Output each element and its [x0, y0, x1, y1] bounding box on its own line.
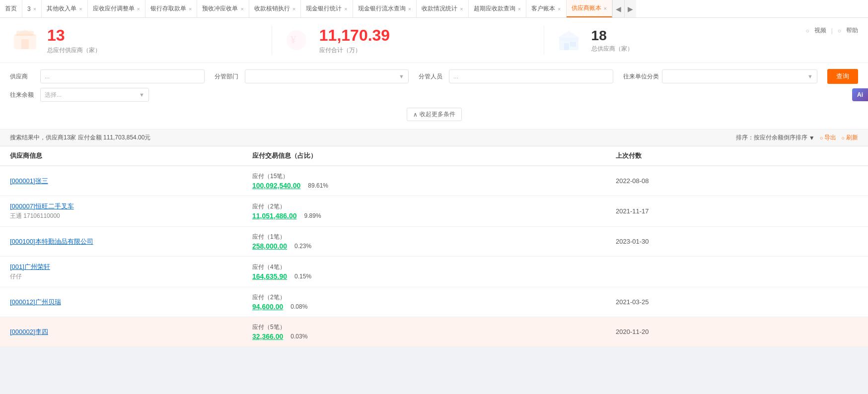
last-pay-cell-1: 2021-11-17	[616, 207, 858, 215]
nav-next-arrow[interactable]: ▶	[624, 0, 636, 17]
link-divider: |	[831, 27, 833, 34]
nav-tab-customer-book-label: 客户账本	[531, 4, 555, 13]
close-icon[interactable]: ×	[189, 6, 192, 12]
dept-filter-select[interactable]: ▼	[245, 69, 409, 83]
close-icon[interactable]: ×	[33, 6, 36, 12]
ai-button[interactable]: Ai	[852, 88, 868, 101]
supplier-filter-label: 供应商	[10, 72, 37, 81]
close-icon[interactable]: ×	[558, 6, 561, 12]
tx-label-4: 应付（2笔）	[252, 293, 616, 302]
close-icon[interactable]: ×	[292, 6, 295, 12]
close-icon[interactable]: ×	[137, 6, 140, 12]
close-icon[interactable]: ×	[604, 5, 607, 11]
circle-icon2: ○	[838, 27, 841, 34]
nav-tab-cash-flow-label: 现金银行流水查询	[358, 4, 406, 13]
supplier-link-1[interactable]: [000007]恒旺二手叉车	[10, 202, 252, 211]
tx-amount-3[interactable]: 164,635.90	[252, 272, 287, 280]
supplier-link-3[interactable]: [001]广州荣轩	[10, 263, 252, 271]
category-filter-label: 往来单位分类	[623, 72, 659, 81]
nav-tab-verify[interactable]: 收款核销执行 ×	[249, 0, 301, 17]
nav-tab-supplier-book[interactable]: 供应商账本 ×	[567, 0, 612, 17]
balance-filter-label: 往来余额	[10, 91, 37, 99]
tx-cell-5: 应付（5笔） 32,366.00 0.03%	[252, 323, 616, 340]
nav-tab-overdue-label: 超期应收款查询	[474, 4, 515, 13]
refresh-button[interactable]: ○ 刷新	[841, 133, 858, 142]
results-bar: 搜索结果中，供应商13家 应付金额 111,703,854.00元 排序：按应付…	[0, 130, 868, 146]
tx-amount-1[interactable]: 11,051,486.00	[252, 212, 297, 220]
video-link[interactable]: 视频	[814, 26, 826, 35]
supplier-link-0[interactable]: [000001]张三	[10, 177, 252, 186]
nav-tab-collect-stat[interactable]: 收款情况统计 ×	[417, 0, 468, 17]
supplier-link-2[interactable]: [000100]本特勤油品有限公司	[10, 237, 252, 246]
nav-prev-arrow[interactable]: ◀	[612, 0, 624, 17]
person-filter-label: 分管人员	[419, 72, 446, 81]
filter-bar: 供应商 ... 分管部门 ▼ 分管人员 ... 往来单位分类 ▼ 查询	[0, 63, 868, 130]
nav-tab-home[interactable]: 首页	[0, 0, 22, 17]
tx-cell-2: 应付（1笔） 258,000.00 0.23%	[252, 233, 616, 250]
tx-label-0: 应付（15笔）	[252, 172, 616, 181]
table-header: 供应商信息 应付交易信息（占比） 上次付数	[0, 146, 868, 166]
supplier-filter-input[interactable]: ...	[40, 69, 205, 83]
nav-tab-customer-book[interactable]: 客户账本 ×	[526, 0, 566, 17]
close-icon[interactable]: ×	[240, 6, 243, 12]
filter-category: 往来单位分类 ▼	[623, 69, 818, 83]
svg-marker-7	[558, 31, 580, 38]
stat-payable-amount: ¥ 11,170.39 应付合计（万）	[282, 25, 534, 55]
table-row: [000100]本特勤油品有限公司 应付（1笔） 258,000.00 0.23…	[0, 227, 868, 257]
collapse-button[interactable]: ∧ 收起更多条件	[407, 108, 462, 121]
close-icon[interactable]: ×	[408, 6, 411, 12]
data-table: 供应商信息 应付交易信息（占比） 上次付数 [000001]张三 应付（15笔）…	[0, 146, 868, 347]
tx-amount-5[interactable]: 32,366.00	[252, 332, 283, 340]
circle-icon: ○	[805, 27, 809, 34]
stats-bar: 13 总应付供应商（家） ¥ 11,170.39 应付合计（万）	[0, 18, 868, 63]
close-icon[interactable]: ×	[79, 6, 82, 12]
stat-total-label: 总供应商（家）	[591, 45, 633, 53]
svg-point-4	[287, 30, 306, 50]
nav-tab-other-income-label: 其他收入单	[47, 4, 76, 13]
export-label: 导出	[824, 133, 836, 142]
category-filter-select[interactable]: ▼	[662, 69, 818, 83]
nav-tab-pre-collect[interactable]: 预收冲应收单 ×	[197, 0, 249, 17]
stat-payable-number: 13	[47, 26, 101, 45]
top-links: ○ 视频 | ○ 帮助	[805, 25, 858, 35]
table-row: [000001]张三 应付（15笔） 100,092,540.00 89.61%…	[0, 166, 868, 196]
nav-tab-bank[interactable]: 银行存取款单 ×	[145, 0, 197, 17]
last-pay-cell-5: 2020-11-20	[616, 328, 858, 335]
tx-amount-2[interactable]: 258,000.00	[252, 242, 287, 250]
stat-total-suppliers: 18 总供应商（家）	[554, 25, 806, 55]
results-actions: 排序：按应付余额倒序排序 ▼ ○ 导出 ○ 刷新	[736, 133, 858, 142]
person-filter-input[interactable]: ...	[449, 69, 613, 83]
supplier-cell-1: [000007]恒旺二手叉车 王通 17106110000	[10, 202, 252, 220]
query-button[interactable]: 查询	[827, 69, 858, 84]
balance-placeholder: 选择...	[45, 91, 62, 99]
close-icon[interactable]: ×	[518, 6, 521, 12]
balance-filter-select[interactable]: 选择... ▼	[40, 88, 149, 102]
tx-amount-0[interactable]: 100,092,540.00	[252, 182, 300, 190]
last-pay-2: 2023-01-30	[616, 238, 649, 245]
stat-payable-suppliers: 13 总应付供应商（家）	[10, 25, 262, 55]
supplier-link-4[interactable]: [000012]广州贝瑞	[10, 298, 252, 307]
close-icon[interactable]: ×	[344, 6, 347, 12]
stat-total-info: 18 总供应商（家）	[591, 27, 633, 54]
nav-tab-overdue[interactable]: 超期应收款查询 ×	[469, 0, 526, 17]
sort-button[interactable]: 排序：按应付余额倒序排序 ▼	[736, 133, 815, 142]
tx-cell-1: 应付（2笔） 11,051,486.00 9.89%	[252, 202, 616, 220]
chevron-up-icon: ∧	[413, 111, 418, 118]
nav-tab-other-income[interactable]: 其他收入单 ×	[42, 0, 87, 17]
nav-tab-cash-stat[interactable]: 现金银行统计 ×	[301, 0, 353, 17]
nav-tab-3[interactable]: 3 ×	[22, 0, 42, 17]
supplier-cell-5: [000002]李四	[10, 328, 252, 336]
supplier-cell-4: [000012]广州贝瑞	[10, 298, 252, 307]
supplier-link-5[interactable]: [000002]李四	[10, 328, 252, 336]
collapse-label: 收起更多条件	[420, 110, 455, 119]
help-link[interactable]: 帮助	[846, 26, 858, 35]
nav-tab-cash-flow[interactable]: 现金银行流水查询 ×	[353, 0, 417, 17]
close-icon[interactable]: ×	[460, 6, 463, 12]
tx-amount-4[interactable]: 94,600.00	[252, 303, 283, 311]
export-button[interactable]: ○ 导出	[820, 133, 837, 142]
stat-divider-1	[272, 25, 272, 55]
nav-tab-adjust[interactable]: 应收应付调整单 ×	[88, 0, 145, 17]
refresh-circle-icon: ○	[841, 135, 845, 141]
filter-balance: 往来余额 选择... ▼	[10, 88, 149, 102]
tx-percent-4: 0.08%	[290, 303, 307, 310]
